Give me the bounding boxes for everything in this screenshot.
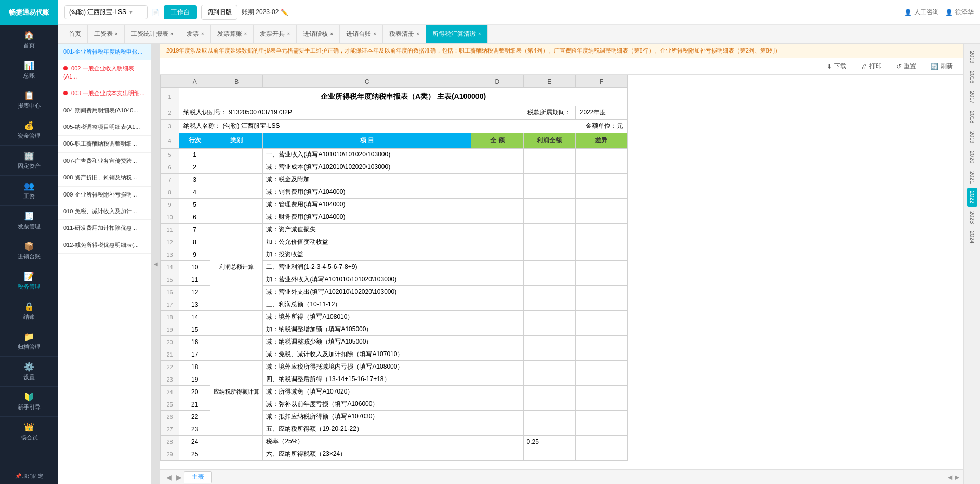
tab-payroll[interactable]: 工资表 × (88, 25, 125, 44)
collapse-icon: ◀ (154, 261, 158, 267)
sheet-tab-main[interactable]: 主表 (184, 471, 212, 483)
switch-version-button[interactable]: 切到旧版 (201, 5, 237, 20)
refresh-button[interactable]: 🔄 刷新 (926, 60, 957, 72)
horizontal-scroll-right[interactable]: ▶ (955, 474, 959, 481)
sheet-table: A B C D E F 1 企业所得税年度纳税申报表（A类） 主表(A10000… (160, 75, 628, 461)
year-item-2024[interactable]: 2024 (967, 228, 977, 246)
sidebar-item-settings[interactable]: ⚙️ 设置 (0, 357, 58, 387)
tab-sales-account[interactable]: 进销台账 × (340, 25, 383, 44)
year-item-2020[interactable]: 2020 (967, 148, 977, 166)
table-row: 10 6 减：财务费用(填写A104000) (161, 211, 628, 224)
sidebar-label-assets: 固定资产 (18, 162, 41, 170)
tab-close-invoice-calc[interactable]: × (244, 31, 247, 37)
tab-invoice-calc[interactable]: 发票算账 × (211, 25, 254, 44)
sidebar-label-funds: 资金管理 (18, 132, 41, 140)
year-item-2016[interactable]: 2016 (967, 68, 977, 86)
sidebar-item-archive[interactable]: 📁 归档管理 (0, 326, 58, 357)
table-row: 2 纳税人识别号： 91320500703719732P 税款所属期间： 202… (161, 106, 628, 120)
year-item-2019[interactable]: 2019 (967, 128, 977, 147)
col-xiangmu-header: 项 目 (263, 133, 471, 149)
col-header-D: D (471, 75, 523, 88)
reset-button[interactable]: ↺ 重置 (892, 60, 920, 72)
year-item-2023[interactable]: 2023 (967, 208, 977, 227)
form-item-012[interactable]: 012-减免所得税优惠明细表(... (58, 237, 151, 254)
workbench-button[interactable]: 工作台 (164, 5, 197, 19)
sidebar-item-funds[interactable]: 💰 资金管理 (0, 115, 58, 146)
human-consult[interactable]: 👤 人工咨询 (904, 8, 939, 17)
table-row: 20 16 减：纳税调整减少额（填写A105000） (161, 336, 628, 348)
form-item-010[interactable]: 010-免税、减计收入及加计... (58, 203, 151, 220)
spreadsheet-container[interactable]: A B C D E F 1 企业所得税年度纳税申报表（A类） 主表(A10000… (160, 75, 963, 469)
row-num: 4 (161, 133, 179, 149)
form-item-006[interactable]: 006-职工薪酬纳税调整明细... (58, 136, 151, 152)
year-item-2022[interactable]: 2022 (967, 188, 977, 206)
form-item-008[interactable]: 008-资产折旧、摊销及纳税... (58, 169, 151, 186)
table-row: 18 14 减：境外所得（填写A108010） (161, 311, 628, 323)
form-item-002[interactable]: 002-一般企业收入明细表(A1... (58, 60, 151, 85)
form-item-004[interactable]: 004-期间费用明细表(A1040... (58, 102, 151, 119)
form-item-001[interactable]: 001-企业所得税年度纳税申报... (58, 44, 151, 60)
taxpayer-id-value: 91320500703719732P (229, 109, 292, 116)
sidebar-item-report[interactable]: 📋 报表中心 (0, 85, 58, 115)
col-header-C: C (263, 75, 471, 88)
table-row: 9 5 减：管理费用(填写A104000) (161, 199, 628, 211)
sidebar-item-home[interactable]: 🏠 首页 (0, 25, 58, 55)
tax-period-cell: 税款所属期间： (471, 106, 575, 120)
title-cell: 企业所得税年度纳税申报表（A类） 主表(A100000) (179, 88, 628, 106)
document-icon: 📄 (152, 9, 160, 16)
table-row: 3 纳税人名称： (勾勒) 江西服宝-LSS 金额单位：元 (161, 120, 628, 133)
sidebar-item-ledger[interactable]: 📊 总账 (0, 55, 58, 85)
top-nav: (勾勒) 江西服宝-LSS ▼ 📄 工作台 切到旧版 账期 2023-02 ✏️… (58, 0, 980, 25)
form-item-003[interactable]: 003-一般企业成本支出明细... (58, 85, 151, 102)
col-header-A: A (179, 75, 210, 88)
tab-close-sales-ledger[interactable]: × (330, 31, 333, 37)
horizontal-scroll-left[interactable]: ◀ (948, 474, 952, 481)
sidebar-item-invoice[interactable]: 🧾 发票管理 (0, 206, 58, 236)
download-button[interactable]: ⬇ 下载 (823, 60, 851, 72)
tab-close-tax-clearance[interactable]: × (416, 31, 419, 37)
tab-payroll-stat[interactable]: 工资统计报表 × (125, 25, 180, 44)
tab-invoice-open[interactable]: 发票开具 × (254, 25, 297, 44)
close-icon: 🔒 (24, 302, 34, 311)
unpin-button[interactable]: 📌 取消固定 (0, 468, 58, 484)
sidebar-item-assets[interactable]: 🏢 固定资产 (0, 146, 58, 176)
tax-icon: 📝 (24, 271, 34, 281)
year-item-2019-top[interactable]: 2019 (967, 48, 977, 67)
tab-close-payroll-stat[interactable]: × (170, 31, 174, 37)
sidebar-item-sales[interactable]: 📦 进销台账 (0, 236, 58, 266)
collapse-panel-button[interactable]: ◀ (152, 44, 160, 484)
sheet-tabs-bar: ◀ ▶ 主表 ◀ ▶ (160, 469, 963, 484)
company-selector[interactable]: (勾勒) 江西服宝-LSS ▼ (64, 5, 148, 19)
avatar: 👤 (945, 9, 953, 16)
form-item-005[interactable]: 005-纳税调整项目明细表(A1... (58, 119, 151, 136)
sheet-nav-next[interactable]: ▶ (174, 473, 184, 481)
form-item-007[interactable]: 007-广告费和业务宣传费跨... (58, 153, 151, 169)
tab-sales-ledger[interactable]: 进销稽核 × (297, 25, 340, 44)
user-profile[interactable]: 👤 徐泽华 (945, 8, 974, 17)
sidebar-item-payroll[interactable]: 👥 工资 (0, 176, 58, 206)
table-row: 27 23 五、应纳税所得额（19-20-21-22） (161, 423, 628, 436)
year-item-2021[interactable]: 2021 (967, 168, 977, 187)
tab-invoice-list[interactable]: 发票 × (180, 25, 211, 44)
tab-close-payroll[interactable]: × (115, 31, 118, 37)
year-item-2017[interactable]: 2017 (967, 88, 977, 107)
tab-tax-clearance[interactable]: 税表清册 × (383, 25, 426, 44)
form-item-011[interactable]: 011-研发费用加计扣除优惠... (58, 220, 151, 237)
form-item-009[interactable]: 009-企业所得税附补亏损明... (58, 187, 151, 203)
print-button[interactable]: 🖨 打印 (857, 60, 886, 72)
sidebar-item-guide[interactable]: 🔰 新手引导 (0, 387, 58, 417)
col-quane-header: 全 额 (471, 133, 523, 149)
tab-close-invoice[interactable]: × (201, 31, 204, 37)
tab-close-income-tax[interactable]: × (478, 31, 481, 37)
tab-close-sales-account[interactable]: × (373, 31, 376, 37)
tab-income-tax[interactable]: 所得税汇算清缴 × (426, 25, 488, 44)
sheet-nav-prev[interactable]: ◀ (164, 473, 174, 481)
year-item-2018[interactable]: 2018 (967, 108, 977, 126)
edit-period-icon[interactable]: ✏️ (281, 9, 288, 16)
sidebar-item-close[interactable]: 🔒 结账 (0, 296, 58, 326)
sidebar-item-member[interactable]: 👑 畅会员 (0, 417, 58, 447)
sidebar-item-tax[interactable]: 📝 税务管理 (0, 266, 58, 296)
tab-home[interactable]: 首页 (62, 25, 88, 44)
tab-close-invoice-open[interactable]: × (287, 31, 290, 37)
sidebar-label-member: 畅会员 (21, 434, 38, 441)
